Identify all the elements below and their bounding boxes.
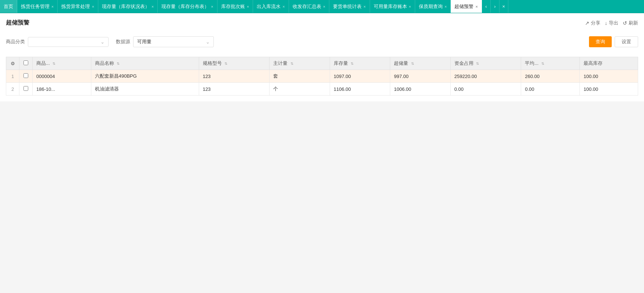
tab-order-stats[interactable]: 要货单统计表 × — [329, 0, 370, 13]
tab-stock-dist[interactable]: 现存量（库存分布表） × — [158, 0, 217, 13]
select-all-checkbox[interactable] — [23, 60, 28, 65]
close-tab-collect-summary[interactable]: × — [323, 4, 325, 9]
row-2-max-stock: 100.00 — [580, 83, 638, 96]
tab-in-out-flow[interactable]: 出入库流水 × — [253, 0, 289, 13]
th-capital-usage[interactable]: 资金占用 ⇅ — [450, 57, 521, 70]
close-tab-expiry[interactable]: × — [444, 4, 447, 9]
tab-batch-account[interactable]: 库存批次账 × — [217, 0, 253, 13]
close-tab-batch-account[interactable]: × — [247, 4, 249, 9]
row-1-max-stock: 100.00 — [580, 70, 638, 83]
sort-icon-avg: ⇅ — [541, 62, 544, 66]
gear-icon: ⚙ — [11, 61, 15, 66]
export-button[interactable]: ↓ 导出 — [605, 20, 618, 26]
data-table: ⚙ 商品... ⇅ 商品名称 ⇅ 规格型号 ⇅ 主计量 — [6, 57, 638, 96]
sort-icon-capital-usage: ⇅ — [476, 62, 479, 66]
tab-avail-account[interactable]: 可用量库存账本 × — [370, 0, 415, 13]
row-2-overstock-qty: 1006.00 — [390, 83, 450, 96]
row-2-product-name: 机油滤清器 — [91, 83, 199, 96]
row-2-checkbox[interactable] — [23, 86, 28, 91]
tab-expiry[interactable]: 保质期查询 × — [415, 0, 451, 13]
close-tab-avail-account[interactable]: × — [409, 4, 411, 9]
datasource-select[interactable]: 可用量 ⌄ — [133, 36, 214, 47]
tab-collect-summary[interactable]: 收发存汇总表 × — [289, 0, 329, 13]
close-tab-exception[interactable]: × — [92, 4, 94, 9]
row-2-avg: 0.00 — [521, 83, 580, 96]
category-filter-group: 商品分类 ⌄ — [6, 37, 109, 47]
close-tab-overstock-warning[interactable]: × — [475, 4, 477, 9]
row-1-overstock-qty: 997.00 — [390, 70, 450, 83]
top-navigation: 首页 拣货任务管理 × 拣货异常处理 × 现存量（库存状况表） × 现存量（库存… — [0, 0, 644, 13]
row-1-checkbox-cell — [19, 70, 33, 83]
page-actions: ↗ 分享 ↓ 导出 ↺ 刷新 — [585, 20, 638, 26]
row-2-capital-usage: 0.00 — [450, 83, 521, 96]
nav-next-arrow[interactable]: › — [491, 0, 500, 13]
close-tab-stock-dist[interactable]: × — [211, 4, 213, 9]
th-unit[interactable]: 主计量 ⇅ — [270, 57, 330, 70]
row-2-stock-qty: 1106.00 — [330, 83, 390, 96]
filter-buttons: 查询 设置 — [589, 36, 638, 47]
nav-prev-arrow[interactable]: ‹ — [482, 0, 491, 13]
page-content: 超储预警 ↗ 分享 ↓ 导出 ↺ 刷新 商品分类 ⌄ 数据源 — [0, 13, 644, 101]
sort-icon-unit: ⇅ — [290, 62, 293, 66]
datasource-label: 数据源 — [116, 38, 130, 45]
sort-icon-product-code: ⇅ — [52, 62, 55, 66]
tab-overstock-warning[interactable]: 超储预警 × — [451, 0, 482, 13]
row-1-spec: 123 — [199, 70, 270, 83]
row-1-avg: 260.00 — [521, 70, 580, 83]
table-row: 2 186-10... 机油滤清器 123 个 1106.00 1006.00 … — [6, 83, 638, 96]
close-tab-task-mgmt[interactable]: × — [51, 4, 54, 9]
row-2-number: 2 — [6, 83, 19, 96]
refresh-button[interactable]: ↺ 刷新 — [623, 20, 638, 26]
row-1-checkbox[interactable] — [23, 73, 28, 78]
table-header: ⚙ 商品... ⇅ 商品名称 ⇅ 规格型号 ⇅ 主计量 — [6, 57, 638, 70]
th-avg[interactable]: 平均... ⇅ — [521, 57, 580, 70]
filter-area: 商品分类 ⌄ 数据源 可用量 ⌄ 查询 设置 — [6, 33, 638, 51]
row-1-number: 1 — [6, 70, 19, 83]
query-button[interactable]: 查询 — [589, 36, 612, 47]
row-1-stock-qty: 1097.00 — [330, 70, 390, 83]
th-product-name[interactable]: 商品名称 ⇅ — [91, 57, 199, 70]
close-tab-in-out-flow[interactable]: × — [282, 4, 285, 9]
export-icon: ↓ — [605, 20, 607, 26]
th-checkbox — [19, 57, 33, 70]
row-2-product-code: 186-10... — [33, 83, 91, 96]
row-1-product-code: 0000004 — [33, 70, 91, 83]
row-1-unit: 套 — [270, 70, 330, 83]
close-tab-order-stats[interactable]: × — [363, 4, 366, 9]
nav-close-all[interactable]: × — [500, 0, 508, 13]
row-2-spec: 123 — [199, 83, 270, 96]
tab-stock-status[interactable]: 现存量（库存状况表） × — [98, 0, 158, 13]
row-1-capital-usage: 259220.00 — [450, 70, 521, 83]
share-button[interactable]: ↗ 分享 — [585, 20, 600, 26]
share-icon: ↗ — [585, 20, 589, 26]
tab-task-mgmt[interactable]: 拣货任务管理 × — [17, 0, 58, 13]
tab-home[interactable]: 首页 — [0, 0, 17, 13]
datasource-chevron-icon: ⌄ — [206, 39, 210, 45]
refresh-icon: ↺ — [623, 20, 627, 26]
sort-icon-product-name: ⇅ — [117, 62, 120, 66]
th-product-code[interactable]: 商品... ⇅ — [33, 57, 91, 70]
tab-exception[interactable]: 拣货异常处理 × — [58, 0, 98, 13]
th-max-stock[interactable]: 最高库存 — [580, 57, 638, 70]
table-row: 1 0000004 六配套新昌490BPG 123 套 1097.00 997.… — [6, 70, 638, 83]
settings-button[interactable]: 设置 — [615, 36, 638, 47]
category-select[interactable]: ⌄ — [28, 37, 109, 47]
page-title: 超储预警 — [6, 19, 29, 27]
row-1-product-name: 六配套新昌490BPG — [91, 70, 199, 83]
datasource-select-value: 可用量 — [137, 38, 151, 45]
sort-icon-spec: ⇅ — [224, 62, 227, 66]
th-overstock-qty[interactable]: 超储量 ⇅ — [390, 57, 450, 70]
category-chevron-icon: ⌄ — [100, 39, 105, 45]
datasource-filter-group: 数据源 可用量 ⌄ — [116, 36, 214, 47]
close-tab-stock-status[interactable]: × — [151, 4, 154, 9]
table-body: 1 0000004 六配套新昌490BPG 123 套 1097.00 997.… — [6, 70, 638, 96]
th-gear[interactable]: ⚙ — [6, 57, 19, 70]
row-2-unit: 个 — [270, 83, 330, 96]
row-2-checkbox-cell — [19, 83, 33, 96]
page-header: 超储预警 ↗ 分享 ↓ 导出 ↺ 刷新 — [6, 19, 638, 27]
category-label: 商品分类 — [6, 38, 25, 45]
th-stock-qty[interactable]: 库存量 ⇅ — [330, 57, 390, 70]
sort-icon-overstock-qty: ⇅ — [411, 62, 414, 66]
th-spec[interactable]: 规格型号 ⇅ — [199, 57, 270, 70]
sort-icon-stock-qty: ⇅ — [351, 62, 354, 66]
